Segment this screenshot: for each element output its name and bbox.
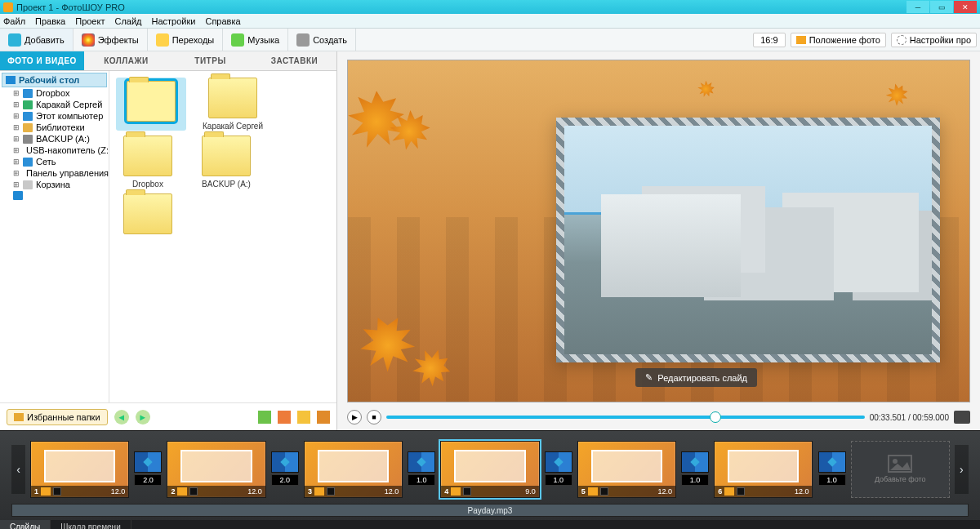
photo-icon <box>796 36 806 44</box>
refresh-icon[interactable] <box>297 411 310 424</box>
slide-info-bar: 312.0 <box>305 486 402 497</box>
favorite-folder-icon[interactable] <box>317 411 330 424</box>
effects-button[interactable]: Эффекты <box>74 29 148 51</box>
slide-thumbnail <box>591 450 662 482</box>
photo-frame[interactable] <box>556 118 940 362</box>
seek-bar[interactable] <box>386 416 865 419</box>
sound-icon[interactable] <box>600 487 608 496</box>
tree-item[interactable]: ⊞USB-накопитель (Z:) <box>2 144 107 156</box>
timeline-slide[interactable]: 612.0 <box>714 441 813 498</box>
tab-photo-video[interactable]: ФОТО И ВИДЕО <box>0 51 84 70</box>
sound-icon[interactable] <box>737 487 745 496</box>
main-toolbar: Добавить Эффекты Переходы Музыка Создать… <box>0 29 980 51</box>
timeline-slide[interactable]: 312.0 <box>304 441 403 498</box>
menu-slide[interactable]: Слайд <box>114 16 141 26</box>
sound-icon[interactable] <box>189 487 198 496</box>
tree-item[interactable]: ⊞Каракай Сергей <box>2 99 107 110</box>
timeline-slide[interactable]: 512.0 <box>577 441 676 498</box>
transition-item[interactable]: 1.0 <box>681 451 709 487</box>
tree-item[interactable]: ⊞Библиотеки <box>2 122 107 133</box>
title-bar: Проект 1 - ФотоШОУ PRO ─ ▭ ✕ <box>0 0 980 14</box>
transition-item[interactable]: 2.0 <box>134 451 162 487</box>
tab-collages[interactable]: КОЛЛАЖИ <box>84 51 168 70</box>
snapshot-button[interactable] <box>954 411 970 424</box>
transition-item[interactable]: 2.0 <box>271 451 299 487</box>
folder-icon <box>123 136 172 176</box>
folder-item[interactable] <box>116 193 180 238</box>
stop-button[interactable]: ■ <box>367 410 381 425</box>
photo-position-button[interactable]: Положение фото <box>791 33 886 47</box>
menu-edit[interactable]: Правка <box>35 16 65 26</box>
tree-item[interactable]: ⊞Панель управления <box>2 167 107 179</box>
favorites-button[interactable]: Избранные папки <box>7 409 108 425</box>
folder-item[interactable]: BACKUP (A:) <box>194 136 258 189</box>
add-photo-placeholder[interactable]: Добавьте фото <box>851 441 950 498</box>
pencil-icon[interactable] <box>314 487 324 496</box>
add-button[interactable]: Добавить <box>0 29 74 51</box>
timeline-scroll-right[interactable]: › <box>955 445 969 494</box>
audio-track[interactable]: Payday.mp3 <box>11 504 969 517</box>
transitions-button[interactable]: Переходы <box>148 29 224 51</box>
tab-slides[interactable]: Слайды <box>0 520 51 529</box>
pencil-icon[interactable] <box>41 487 51 496</box>
create-button[interactable]: Создать <box>288 29 356 51</box>
download-icon[interactable] <box>258 411 271 424</box>
slide-info-bar: 112.0 <box>31 486 128 497</box>
menu-project[interactable]: Проект <box>75 16 105 26</box>
nav-forward-button[interactable]: ► <box>136 410 150 425</box>
slides-row[interactable]: ‹ 112.02.0212.02.0312.01.049.01.0512.01.… <box>11 438 969 500</box>
timeline-slide[interactable]: 212.0 <box>167 441 265 498</box>
edit-slide-button[interactable]: ✎Редактировать слайд <box>635 368 757 387</box>
tree-item[interactable]: ⊞BACKUP (A:) <box>2 133 107 144</box>
play-button[interactable]: ▶ <box>347 410 362 425</box>
tree-item[interactable]: ⊞Корзина <box>2 179 107 190</box>
aspect-ratio-button[interactable]: 16:9 <box>753 33 785 47</box>
pencil-icon[interactable] <box>724 487 734 496</box>
tab-titles[interactable]: ТИТРЫ <box>168 51 252 70</box>
folder-item[interactable]: Dropbox <box>116 136 180 189</box>
timeline-slide[interactable]: 112.0 <box>30 441 129 498</box>
home-icon[interactable] <box>278 411 291 424</box>
music-button[interactable]: Музыка <box>223 29 288 51</box>
minimize-button[interactable]: ─ <box>906 1 929 13</box>
pencil-icon[interactable] <box>177 487 187 496</box>
preview-canvas[interactable]: ✎Редактировать слайд <box>347 60 970 402</box>
transition-item[interactable]: 1.0 <box>817 451 845 487</box>
transition-item[interactable]: 1.0 <box>545 451 572 487</box>
folder-item[interactable] <box>116 78 186 131</box>
slide-thumbnail <box>180 450 252 482</box>
transition-duration: 1.0 <box>545 474 572 486</box>
folder-tree[interactable]: Рабочий стол ⊞Dropbox⊞Каракай Сергей⊞Это… <box>0 71 109 402</box>
transition-thumbnail <box>271 451 299 473</box>
gear-icon <box>897 35 906 45</box>
folder-label: Dropbox <box>132 180 163 189</box>
tree-item[interactable]: ⊞Этот компьютер <box>2 110 107 122</box>
tree-root[interactable]: Рабочий стол <box>2 73 107 87</box>
tree-item[interactable]: ⊞Сеть <box>2 156 107 167</box>
pencil-icon[interactable] <box>451 487 461 496</box>
menu-file[interactable]: Файл <box>3 16 25 26</box>
timeline-scroll-left[interactable]: ‹ <box>11 445 25 494</box>
menu-help[interactable]: Справка <box>205 16 240 26</box>
transition-duration: 2.0 <box>134 474 162 486</box>
folder-item[interactable]: Каракай Сергей <box>201 78 265 131</box>
nav-back-button[interactable]: ◄ <box>114 410 129 425</box>
tab-splash[interactable]: ЗАСТАВКИ <box>252 51 336 70</box>
left-footer: Избранные папки ◄ ► <box>0 402 336 430</box>
transition-duration: 1.0 <box>818 474 846 486</box>
sound-icon[interactable] <box>327 487 335 496</box>
tab-timeline[interactable]: Шкала времени <box>51 520 131 529</box>
menu-settings[interactable]: Настройки <box>152 16 196 26</box>
project-settings-button[interactable]: Настройки про <box>891 33 977 47</box>
maximize-button[interactable]: ▭ <box>930 1 953 13</box>
gear-icon <box>13 191 23 200</box>
transition-item[interactable]: 1.0 <box>408 451 435 487</box>
sound-icon[interactable] <box>463 487 471 496</box>
pencil-icon[interactable] <box>588 487 598 496</box>
timeline-slide[interactable]: 49.0 <box>440 441 539 498</box>
sound-icon[interactable] <box>53 487 61 496</box>
tree-item[interactable]: ⊞Dropbox <box>2 87 107 99</box>
folder-grid: Каракай СергейDropboxBACKUP (A:) <box>109 71 336 402</box>
close-button[interactable]: ✕ <box>954 1 977 13</box>
tree-item-gear[interactable] <box>2 190 107 201</box>
